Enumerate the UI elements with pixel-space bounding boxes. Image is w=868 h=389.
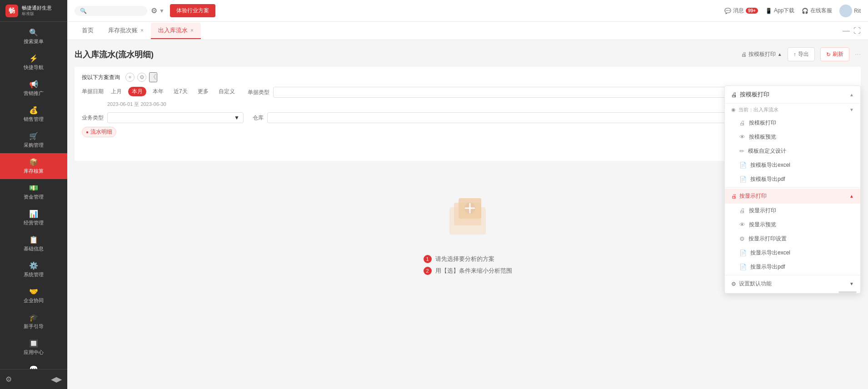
flow-detail-tag[interactable]: ● 流水明细 [82, 127, 116, 137]
sidebar-item-search[interactable]: 🔍 搜索菜单 [0, 24, 67, 50]
panel-scrollbar[interactable] [725, 291, 860, 293]
date-btn-more[interactable]: 更多 [194, 87, 212, 96]
app-download-button[interactable]: 📱 App下载 [765, 7, 794, 15]
template-print-dropdown: 🖨 按模板打印 ▲ ◉ 当前：出入库流水 ▼ 🖨 按模板打印 👁 按 [724, 85, 861, 294]
page-title: 出入库流水(流水明细) [75, 49, 154, 60]
tab-batch-account[interactable]: 库存批次账 × [101, 23, 151, 39]
apps-icon: 🔲 [29, 339, 38, 348]
sidebar-item-enterprise[interactable]: 🤝 企业协同 [0, 283, 67, 309]
enterprise-icon: 🤝 [29, 287, 38, 296]
business-type-label: 业务类型 [82, 114, 104, 122]
service-icon: 🎧 [802, 8, 808, 14]
collapse-sidebar-icon[interactable]: ◀▶ [51, 375, 62, 384]
export-icon: ↑ [793, 51, 796, 58]
user-avatar-area[interactable]: Rit [839, 5, 861, 17]
print-icon: 🖨 [741, 51, 747, 58]
system-icon: ⚙️ [29, 261, 38, 270]
empty-illustration [440, 194, 495, 248]
dropdown-item-display-preview[interactable]: 👁 按显示预览 [725, 218, 860, 232]
tab-batch-account-close[interactable]: × [140, 27, 144, 34]
chevron-up-icon-dropdown[interactable]: ▲ [849, 92, 854, 97]
filter-label: 按以下方案查询 [82, 74, 120, 81]
operation-icon: 📊 [29, 209, 38, 218]
messages-button[interactable]: 💬 消息 99+ [724, 7, 758, 15]
dropdown-item-template-print[interactable]: 🖨 按模板打印 [725, 116, 860, 130]
search-input[interactable] [89, 8, 134, 14]
filter-settings-button[interactable]: ⚙ [137, 73, 146, 82]
sidebar-nav: 🔍 搜索菜单 ⚡ 快捷导航 📢 营销推广 💰 销售管理 🛒 采购管理 📦 库存核… [0, 22, 67, 369]
warehouse-label: 仓库 [253, 114, 264, 122]
tab-home[interactable]: 首页 [75, 23, 101, 39]
tab-inout-flow[interactable]: 出入库流水 × [151, 23, 201, 39]
search-bar[interactable]: 🔍 [75, 6, 147, 16]
display-print-section[interactable]: 🖨 按显示打印 ▲ [725, 189, 860, 204]
tab-inout-flow-close[interactable]: × [190, 27, 194, 34]
sidebar-item-marketing[interactable]: 📢 营销推广 [0, 75, 67, 101]
date-btn-last-month[interactable]: 上月 [107, 87, 125, 96]
sidebar-item-basic[interactable]: 📋 基础信息 [0, 231, 67, 257]
main: 🔍 ⚙ ▼ 体验行业方案 💬 消息 99+ 📱 App下载 🎧 在线客服 Rit [67, 0, 868, 389]
step-2-number: 2 [424, 267, 432, 275]
dropdown-item-display-print[interactable]: 🖨 按显示打印 [725, 204, 860, 218]
export-button[interactable]: ↑ 导出 [788, 47, 815, 61]
display-settings-icon: ⚙ [739, 235, 745, 242]
sidebar-item-wechat[interactable]: 💬 企业微信 [0, 360, 67, 369]
sidebar-item-sales[interactable]: 💰 销售管理 [0, 101, 67, 127]
industry-solution-button[interactable]: 体验行业方案 [170, 4, 215, 17]
maximize-icon[interactable]: ⛶ [853, 27, 861, 35]
sidebar-item-inventory[interactable]: 📦 库存核算 [0, 153, 67, 179]
page-actions: 🖨 按模板打印 ▲ ↑ 导出 ↻ 刷新 ··· [741, 47, 861, 61]
dropdown-item-template-custom[interactable]: ✏ 模板自定义设计 [725, 144, 860, 158]
separator-2 [725, 275, 860, 275]
date-range-display: 2023-06-01 至 2023-06-30 [107, 101, 166, 108]
sidebar-item-apps[interactable]: 🔲 应用中心 [0, 334, 67, 360]
minimize-icon[interactable]: — [843, 27, 850, 35]
sales-icon: 💰 [29, 106, 38, 115]
sidebar-item-guide[interactable]: 🎓 新手引导 [0, 309, 67, 334]
sidebar-item-system[interactable]: ⚙️ 系统管理 [0, 257, 67, 283]
dropdown-item-display-settings[interactable]: ⚙ 按显示打印设置 [725, 232, 860, 246]
date-btn-custom[interactable]: 自定义 [215, 87, 239, 96]
sidebar-item-operation[interactable]: 📊 经营管理 [0, 205, 67, 231]
template-print-button[interactable]: 🖨 按模板打印 ▲ [741, 50, 782, 58]
business-type-select[interactable]: ▼ [107, 112, 244, 123]
avatar [839, 5, 852, 17]
display-chevron-up: ▲ [849, 194, 854, 199]
app-download-icon: 📱 [765, 8, 772, 14]
empty-steps: 1 请先选择要分析的方案 2 用【选】条件来缩小分析范围 [424, 255, 512, 279]
current-indicator: ◉ [731, 107, 736, 113]
set-default-button[interactable]: ⚙ 设置默认功能 ▼ [725, 276, 860, 291]
marketing-icon: 📢 [29, 80, 38, 89]
dropdown-item-template-excel[interactable]: 📄 按模板导出excel [725, 158, 860, 172]
sidebar: 畅 畅捷通好生意 标准版 🔍 搜索菜单 ⚡ 快捷导航 📢 营销推广 💰 销售管理… [0, 0, 67, 389]
search-icon: 🔍 [80, 8, 87, 14]
date-btn-this-month[interactable]: 本月 [128, 87, 146, 96]
set-default-chevron: ▼ [849, 281, 854, 286]
sidebar-item-finance[interactable]: 💵 资金管理 [0, 179, 67, 205]
sidebar-item-purchase[interactable]: 🛒 采购管理 [0, 127, 67, 153]
logo-subtitle: 标准版 [22, 11, 52, 17]
display-print-header-icon: 🖨 [731, 193, 737, 199]
filter-add-button[interactable]: + [125, 73, 135, 82]
guide-icon: 🎓 [29, 313, 38, 322]
dropdown-item-display-pdf[interactable]: 📄 按显示导出pdf [725, 260, 860, 274]
dropdown-arrow[interactable]: ▼ [159, 8, 165, 14]
date-btn-7days[interactable]: 近7天 [170, 87, 191, 96]
separator-1 [725, 187, 860, 188]
chevron-up-icon: ▲ [778, 52, 782, 57]
dropdown-item-template-preview[interactable]: 👁 按模板预览 [725, 130, 860, 144]
filter-collapse-btn[interactable]: 《 [149, 72, 157, 82]
empty-step-2: 2 用【选】条件来缩小分析范围 [424, 267, 512, 275]
more-icon[interactable]: ··· [855, 50, 861, 59]
dropdown-item-template-pdf[interactable]: 📄 按模板导出pdf [725, 172, 860, 186]
online-service-button[interactable]: 🎧 在线客服 [802, 7, 832, 15]
template-excel-icon: 📄 [739, 162, 747, 169]
refresh-button[interactable]: ↻ 刷新 [820, 47, 849, 61]
gear-icon[interactable]: ⚙ [151, 6, 157, 15]
date-btn-this-year[interactable]: 本年 [149, 87, 167, 96]
sidebar-bottom: ⚙ ◀▶ [0, 369, 67, 389]
sidebar-item-quick-nav[interactable]: ⚡ 快捷导航 [0, 50, 67, 75]
scrollbar-thumb [838, 291, 857, 293]
dropdown-item-display-excel[interactable]: 📄 按显示导出excel [725, 246, 860, 260]
settings-bottom-icon[interactable]: ⚙ [5, 375, 12, 384]
